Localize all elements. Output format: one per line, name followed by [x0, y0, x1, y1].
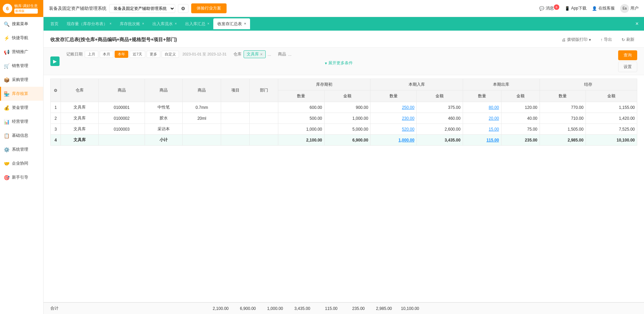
message-action[interactable]: 💬 消息 6: [539, 5, 559, 11]
sidebar-item-basic-info[interactable]: 📋 基础信息: [0, 129, 43, 143]
product-more-button[interactable]: ...: [288, 52, 292, 57]
marketing-icon: 📢: [4, 49, 9, 55]
tab-inventory-dist-close[interactable]: ×: [110, 22, 112, 26]
date-custom-btn[interactable]: 自定义: [162, 51, 179, 58]
new-guide-icon: 🎯: [4, 175, 9, 180]
sidebar-item-sales[interactable]: 🛒 销售管理: [0, 59, 43, 73]
footer-opening-amt: 6,900.00: [231, 306, 258, 311]
sidebar-item-enterprise[interactable]: 🤝 企业协同: [0, 156, 43, 170]
table-cell-3-9[interactable]: 1,000.00: [370, 135, 417, 146]
th-closing-qty: 数量: [540, 90, 586, 102]
date-this-month-btn[interactable]: 本月: [100, 51, 113, 58]
settings-gear-button[interactable]: ⚙: [178, 4, 188, 13]
table-cell-3-12: 235.00: [501, 135, 540, 146]
search-icon: 🔍: [4, 21, 9, 27]
th-product-spec: 商品: [183, 79, 221, 102]
table-cell-0-10: 375.00: [417, 102, 463, 113]
service-icon: 👤: [592, 6, 597, 11]
inventory-icon: 🏪: [4, 91, 9, 97]
tab-recv-send-summary[interactable]: 收发存汇总表 ×: [213, 18, 250, 29]
user-action[interactable]: Ea 用户: [620, 4, 639, 13]
tab-home[interactable]: 首页: [46, 18, 63, 29]
table-cell-1-0: 2: [51, 113, 61, 124]
table-cell-3-14: 10,100.00: [586, 135, 637, 146]
th-settings[interactable]: ⚙: [51, 79, 61, 102]
sidebar-item-label: 新手引导: [12, 175, 28, 180]
warehouse-filter: 仓库 文具库 × ...: [233, 50, 271, 58]
table-row: 3文具库0100003采访本1,000.005,000.00520.002,60…: [51, 124, 637, 135]
date-7days-btn[interactable]: 近7天: [130, 51, 145, 58]
sidebar-item-label: 营销推广: [12, 49, 28, 55]
th-in-group: 本期入库: [370, 79, 463, 90]
sidebar-item-system[interactable]: ⚙️ 系统管理: [0, 143, 43, 156]
page-actions: 🖨 拨锁版打印 ▾ ↑ 导出 ↻ 刷新: [559, 35, 637, 44]
trial-button[interactable]: 体验行业方案: [191, 3, 227, 13]
tab-in-out-flow[interactable]: 出入库流水 ×: [148, 18, 181, 29]
date-last-month-btn[interactable]: 上月: [85, 51, 98, 58]
tab-recv-send-summary-label: 收发存汇总表: [217, 21, 242, 27]
table-cell-1-7: 500.00: [278, 113, 325, 124]
date-this-year-btn[interactable]: 本年: [115, 51, 128, 58]
sidebar-item-operations[interactable]: 📊 经营管理: [0, 115, 43, 129]
tab-inventory-dist[interactable]: 现存量（库存分布表） ×: [63, 18, 116, 29]
tab-bar-close-button[interactable]: ×: [633, 21, 641, 27]
table-cell-1-9[interactable]: 230.00: [370, 113, 417, 124]
tab-in-out-summary[interactable]: 出入库汇总 ×: [181, 18, 214, 29]
th-out-qty: 数量: [463, 90, 501, 102]
warehouse-more-button[interactable]: ...: [268, 52, 271, 57]
tab-batch-ledger[interactable]: 库存批次账 ×: [116, 18, 148, 29]
footer-label: 合计: [50, 305, 71, 311]
table-cell-2-11[interactable]: 15.00: [463, 124, 501, 135]
system-selector[interactable]: 装备及固定资产辅助管理系统: [109, 4, 175, 13]
table-cell-0-11[interactable]: 80.00: [463, 102, 501, 113]
main-area: 装备及固定资产辅助管理系统 装备及固定资产辅助管理系统 ⚙ 体验行业方案 💬 消…: [44, 0, 644, 314]
product-filter-label: 商品: [278, 51, 286, 57]
table-cell-2-5: [221, 124, 250, 135]
print-button[interactable]: 🖨 拨锁版打印 ▾: [559, 35, 594, 44]
table-cell-0-13: 770.00: [540, 102, 586, 113]
sidebar-item-finance[interactable]: 💰 资金管理: [0, 101, 43, 115]
table-cell-3-0: 4: [51, 135, 61, 146]
export-button[interactable]: ↑ 导出: [598, 35, 615, 44]
sidebar-item-inventory[interactable]: 🏪 库存核算: [0, 87, 43, 101]
table-cell-1-11[interactable]: 20.00: [463, 113, 501, 124]
sidebar-item-purchase[interactable]: 📦 采购管理: [0, 73, 43, 87]
sidebar-item-label: 基础信息: [12, 133, 28, 138]
sidebar-item-marketing[interactable]: 📢 营销推广: [0, 45, 43, 59]
sidebar-item-quick-nav[interactable]: ⚡ 快捷导航: [0, 31, 43, 45]
top-header: 装备及固定资产辅助管理系统 装备及固定资产辅助管理系统 ⚙ 体验行业方案 💬 消…: [44, 0, 644, 17]
table-cell-0-9[interactable]: 250.00: [370, 102, 417, 113]
online-service-action[interactable]: 👤 在线客服: [592, 5, 615, 11]
tab-batch-ledger-close[interactable]: ×: [142, 22, 144, 26]
tab-inventory-dist-label: 现存量（库存分布表）: [67, 21, 108, 27]
app-download-label: App下载: [571, 5, 587, 11]
app-download-action[interactable]: 📱 App下载: [565, 5, 587, 11]
table-cell-1-12: 40.00: [501, 113, 540, 124]
date-more-btn[interactable]: 更多: [147, 51, 160, 58]
page-title: 收发存汇总表(按仓库+商品编码+商品+规格型号+项目+部门): [50, 37, 177, 43]
data-table: ⚙ 仓库 商品 商品 商品 项目 部门 库存期初 本期入库 本期出库 结存 数量: [50, 79, 637, 146]
query-button[interactable]: 查询: [618, 50, 637, 60]
column-settings-button[interactable]: 设置: [618, 62, 637, 72]
sidebar-item-search[interactable]: 🔍 搜索菜单: [0, 17, 43, 31]
table-cell-3-11[interactable]: 115.00: [463, 135, 501, 146]
table-cell-2-10: 2,600.00: [417, 124, 463, 135]
filter-actions: 查询 设置: [618, 50, 637, 72]
expand-conditions-button[interactable]: ▾ 展开更多条件: [325, 60, 353, 66]
tab-in-out-flow-close[interactable]: ×: [175, 22, 177, 26]
tab-recv-send-summary-close[interactable]: ×: [244, 22, 246, 26]
warehouse-tag-remove-button[interactable]: ×: [260, 52, 263, 57]
tab-in-out-summary-close[interactable]: ×: [208, 22, 210, 26]
table-cell-2-4: [183, 124, 221, 135]
table-cell-2-9[interactable]: 520.00: [370, 124, 417, 135]
message-badge: 6: [554, 4, 559, 10]
filter-row-1: 记账日期 上月 本月 本年 近7天 更多 自定义 2023-01-01 至 20…: [66, 50, 611, 58]
sidebar-item-label: 搜索菜单: [12, 21, 28, 27]
sidebar-item-new-guide[interactable]: 🎯 新手引导: [0, 170, 43, 184]
sidebar-nav: 🔍 搜索菜单 ⚡ 快捷导航 📢 营销推广 🛒 销售管理 📦 采购管理 🏪 库存核…: [0, 17, 43, 314]
filter-toggle-button[interactable]: ▶: [50, 56, 60, 66]
sidebar-item-label: 采购管理: [12, 77, 28, 83]
phone-icon: 📱: [565, 6, 570, 11]
refresh-button[interactable]: ↻ 刷新: [619, 35, 637, 44]
online-service-label: 在线客服: [598, 5, 615, 11]
